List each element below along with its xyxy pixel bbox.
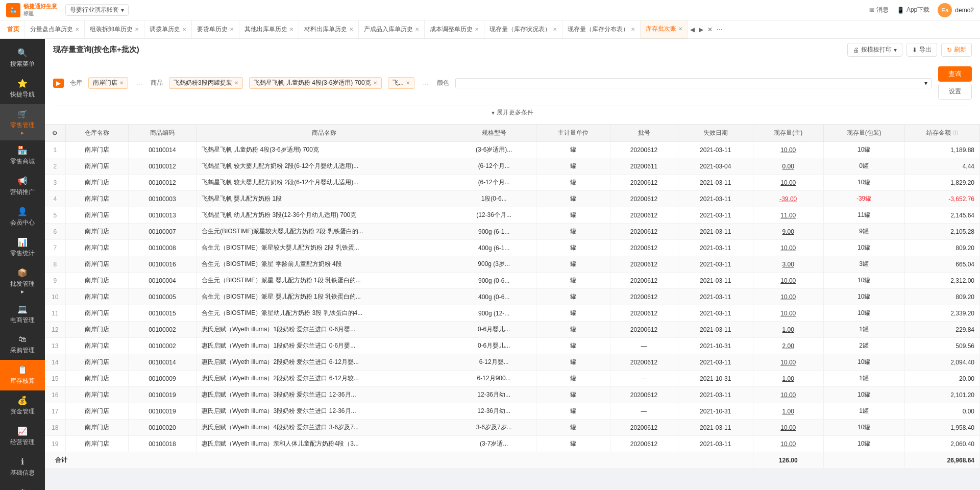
warehouse-tag-close[interactable]: ✕ — [119, 80, 124, 86]
row-qty-main[interactable]: 2.00 — [753, 338, 823, 354]
tab-fenliang[interactable]: 分量盘点单历史 ✕ — [25, 20, 85, 39]
sidebar-item-wholesale[interactable]: 📦 批发管理 ▶ — [0, 263, 45, 299]
sidebar-item-marketing[interactable]: 📢 营销推广 — [0, 171, 45, 202]
table-row: 19 南岸门店 00100018 惠氏启赋（Wyeth illuma）亲和人体儿… — [45, 436, 980, 452]
tab-close-icon[interactable]: ✕ — [475, 27, 479, 32]
sidebar-item-search[interactable]: 🔍 搜索菜单 — [0, 43, 45, 74]
tab-close-icon[interactable]: ✕ — [135, 27, 139, 32]
row-qty-main[interactable]: 10.00 — [753, 387, 823, 403]
tab-more-button[interactable]: ⋯ — [715, 26, 725, 33]
tab-close-icon[interactable]: ✕ — [415, 27, 419, 32]
tab-xiancunliang-fenbiao[interactable]: 现存量（库存分布表） ✕ — [562, 20, 641, 39]
col-settings[interactable]: ⚙ — [45, 125, 65, 142]
row-qty-main[interactable]: 3.00 — [753, 256, 823, 273]
row-spec: (6-12个月... — [452, 175, 536, 191]
tab-close-icon[interactable]: ✕ — [553, 27, 557, 32]
row-qty-main[interactable]: 11.00 — [753, 207, 823, 224]
row-qty-main[interactable]: 10.00 — [753, 142, 823, 158]
tab-next-button[interactable]: ▶ — [697, 26, 705, 33]
tab-xiancunliang-kuangkuang[interactable]: 现存量（库存状况表） ✕ — [484, 20, 562, 39]
row-qty-pkg: 10罐 — [823, 289, 904, 305]
tab-close-icon[interactable]: ✕ — [75, 27, 79, 32]
logo-area: 🏪 畅捷通好生意 标题 — [6, 3, 57, 17]
message-button[interactable]: ✉ 消息 — [869, 6, 889, 14]
row-qty-main[interactable]: 10.00 — [753, 289, 823, 305]
tab-close-all-button[interactable]: ✕ — [705, 26, 715, 33]
row-unit: 罐 — [536, 207, 610, 224]
tab-close-icon[interactable]: ✕ — [349, 27, 353, 32]
main-layout: 🔍 搜索菜单 ⭐ 快捷导航 🛒 零售管理 ▶ 🏪 零售商城 📢 营销推广 👤 会… — [0, 39, 980, 490]
row-warehouse: 南岸门店 — [65, 256, 128, 273]
table-row: 11 南岸门店 00100015 合生元（BIOSTIME）派星幼儿配方奶粉 3… — [45, 305, 980, 322]
sidebar-item-retailstore[interactable]: 🏪 零售商城 — [0, 140, 45, 171]
row-expire: 2021-03-11 — [678, 273, 753, 289]
tab-yaohuo[interactable]: 要货单历史 ✕ — [192, 20, 239, 39]
tab-zuzhichaijian[interactable]: 组装拆卸单历史 ✕ — [85, 20, 144, 39]
row-qty-main[interactable]: 10.00 — [753, 436, 823, 452]
user-profile[interactable]: Ea demo2 — [938, 3, 974, 17]
tab-diaobo[interactable]: 调拨单历史 ✕ — [144, 20, 192, 39]
app-download-button[interactable]: 📱 App下载 — [897, 6, 929, 14]
row-amount: 2,105.28 — [904, 224, 979, 240]
product-more-button[interactable]: … — [421, 80, 431, 87]
row-code: 00100012 — [128, 175, 196, 191]
row-qty-main[interactable]: 10.00 — [753, 420, 823, 436]
sidebar-item-system[interactable]: ⚙ 系统管理 — [0, 482, 45, 490]
filter-toggle-button[interactable]: ▶ — [53, 79, 64, 88]
sidebar-item-ecommerce[interactable]: 💻 电商管理 — [0, 299, 45, 330]
tab-close-icon[interactable]: ✕ — [678, 26, 682, 32]
row-qty-main[interactable]: 10.00 — [753, 175, 823, 191]
tab-cailiaochuku[interactable]: 材料出库单历史 ✕ — [299, 20, 359, 39]
row-batch: 20200612 — [610, 322, 678, 338]
tab-prev-button[interactable]: ◀ — [688, 26, 697, 33]
settings-button[interactable]: 设置 — [938, 84, 972, 100]
tab-qitatachuku[interactable]: 其他出库单历史 ✕ — [239, 20, 299, 39]
print-button[interactable]: 🖨 按模板打印 ▾ — [847, 43, 902, 57]
sidebar-item-basicinfo[interactable]: ℹ 基础信息 — [0, 452, 45, 482]
row-qty-main[interactable]: 10.00 — [753, 354, 823, 371]
color-filter-input[interactable]: ▾ — [455, 78, 932, 88]
sidebar-item-inventory[interactable]: 📋 库存核算 — [0, 360, 45, 390]
row-qty-main[interactable]: 10.00 — [753, 240, 823, 256]
sidebar-item-member[interactable]: 👤 会员中心 — [0, 202, 45, 232]
tab-close-icon[interactable]: ✕ — [631, 27, 635, 32]
row-expire: 2021-03-11 — [678, 322, 753, 338]
export-button[interactable]: ⬇ 导出 — [906, 43, 937, 57]
row-qty-main[interactable]: 1.00 — [753, 403, 823, 420]
query-button[interactable]: 查询 — [938, 66, 972, 82]
tab-close-icon[interactable]: ✕ — [289, 27, 293, 32]
sidebar-item-operations[interactable]: 📈 经营管理 — [0, 421, 45, 452]
sidebar-item-finance[interactable]: 💰 资金管理 — [0, 390, 45, 421]
warehouse-more-button[interactable]: … — [134, 80, 144, 87]
sidebar-item-retailstats[interactable]: 📊 零售统计 — [0, 232, 45, 263]
tab-chengbentiaojing[interactable]: 成本调整单历史 ✕ — [425, 20, 484, 39]
product-tag-2-close[interactable]: ✕ — [373, 80, 377, 86]
row-qty-main[interactable]: -39.00 — [753, 191, 823, 207]
filter-area: ▶ 仓库 南岸门店 ✕ … 商品 飞鹤奶粉3段丙罐提装 ✕ 飞鹤星飞帆 儿童奶粉… — [45, 61, 980, 125]
row-spec: 0-6月婴儿... — [452, 322, 536, 338]
tab-chanchengruhu[interactable]: 产成品入库单历史 ✕ — [359, 20, 425, 39]
row-qty-main[interactable]: 1.00 — [753, 322, 823, 338]
row-qty-main[interactable]: 1.00 — [753, 371, 823, 387]
row-qty-main[interactable]: 9.00 — [753, 224, 823, 240]
product-tag-1-close[interactable]: ✕ — [234, 80, 238, 86]
tab-close-icon[interactable]: ✕ — [182, 27, 186, 32]
expand-filter-button[interactable]: ▾ 展开更多条件 — [53, 106, 972, 119]
row-amount: 2,339.20 — [904, 305, 979, 322]
row-amount: 4.44 — [904, 158, 979, 175]
org-selector[interactable]: 母婴行业演示账套 ▾ — [65, 4, 129, 16]
tab-home[interactable]: 首页 — [2, 20, 25, 39]
sidebar-item-quicknav[interactable]: ⭐ 快捷导航 — [0, 74, 45, 104]
row-qty-main[interactable]: 0.00 — [753, 158, 823, 175]
tab-close-icon[interactable]: ✕ — [230, 27, 234, 32]
product-tag-3-close[interactable]: ✕ — [406, 80, 410, 86]
row-idx: 12 — [45, 322, 65, 338]
sidebar-item-retail[interactable]: 🛒 零售管理 ▶ — [0, 104, 45, 140]
row-code: 00100016 — [128, 256, 196, 273]
row-qty-main[interactable]: 10.00 — [753, 305, 823, 322]
tab-kucunpici[interactable]: 库存批次账 ✕ — [641, 20, 688, 39]
chevron-down-icon: ▾ — [924, 80, 927, 87]
row-qty-main[interactable]: 10.00 — [753, 273, 823, 289]
sidebar-item-purchase[interactable]: 🛍 采购管理 — [0, 330, 45, 360]
refresh-button[interactable]: ↻ 刷新 — [941, 43, 972, 57]
